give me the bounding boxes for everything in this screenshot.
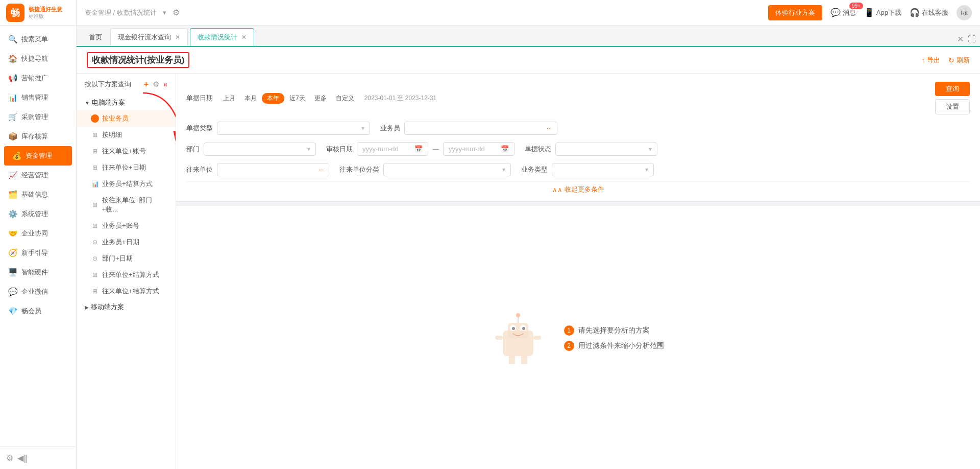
search-icon: 🔍 bbox=[8, 35, 17, 44]
scheme-item-by-detail[interactable]: ⊞ 按明细 bbox=[77, 127, 176, 143]
scheme-item-partner-dept[interactable]: ⊞ 按往来单位+部门+收... bbox=[77, 192, 176, 218]
dept-select[interactable]: ▾ bbox=[204, 143, 316, 156]
sidebar-item-purchase[interactable]: 🛒 采购管理 bbox=[0, 107, 76, 127]
business-type-select[interactable]: ▾ bbox=[552, 163, 654, 176]
scheme-item-salesperson-settlement[interactable]: 📊 业务员+结算方式 bbox=[77, 176, 176, 192]
business-icon: 📈 bbox=[8, 171, 17, 180]
collapse-sidebar-icon[interactable]: ◀‖ bbox=[17, 453, 28, 463]
scheme-group-mobile-title[interactable]: ▶ 移动端方案 bbox=[77, 299, 176, 315]
review-date-group: 审核日期 yyyy-mm-dd 📅 — yyyy-mm-dd 📅 bbox=[326, 142, 514, 156]
purchase-icon: 🛒 bbox=[8, 112, 17, 122]
chevron-down-icon: ▼ bbox=[85, 100, 90, 106]
tab-receipt-close[interactable]: ✕ bbox=[241, 34, 247, 41]
dept-label: 部门 bbox=[186, 145, 200, 154]
scheme-item-partner-account[interactable]: ⊞ 往来单位+账号 bbox=[77, 143, 176, 159]
tab-close-all-icon[interactable]: ✕ bbox=[957, 34, 964, 44]
tab-bank-label: 现金银行流水查询 bbox=[118, 33, 171, 42]
scheme-item-partner-settlement1[interactable]: ⊞ 往来单位+结算方式 bbox=[77, 267, 176, 283]
scheme-item-dept-date[interactable]: ⊙ 部门+日期 bbox=[77, 250, 176, 267]
sidebar-item-finance[interactable]: 💰 资金管理 bbox=[4, 146, 72, 166]
sidebar: 畅 畅捷通好生意 标准版 🔍 搜索菜单 🏠 快捷导航 📢 营销推广 📊 销售管理… bbox=[0, 0, 77, 469]
review-date-from[interactable]: yyyy-mm-dd 📅 bbox=[357, 142, 428, 156]
query-buttons: 查询 设置 bbox=[935, 82, 970, 114]
tab-receipt-label: 收款情况统计 bbox=[198, 33, 237, 42]
active-scheme-icon bbox=[91, 114, 99, 123]
sidebar-item-system[interactable]: ⚙️ 系统管理 bbox=[0, 204, 76, 224]
salesperson-select[interactable]: ··· bbox=[404, 122, 557, 135]
sidebar-item-sales[interactable]: 📊 销售管理 bbox=[0, 88, 76, 107]
doc-status-select[interactable]: ▾ bbox=[555, 143, 657, 156]
message-count: 99+ bbox=[849, 3, 863, 9]
scheme-add-button[interactable]: + bbox=[144, 80, 149, 89]
svg-rect-12 bbox=[521, 355, 527, 364]
finance-icon: 💰 bbox=[12, 151, 21, 160]
service-icon: 🎧 bbox=[910, 8, 920, 17]
export-button[interactable]: ↑ 导出 bbox=[921, 56, 940, 65]
tab-home[interactable]: 首页 bbox=[81, 29, 110, 46]
doc-type-select[interactable]: ▾ bbox=[217, 122, 370, 135]
export-label: 导出 bbox=[927, 56, 940, 65]
sidebar-label-wechat: 企业微信 bbox=[21, 287, 48, 296]
topbar-settings-icon[interactable]: ⚙ bbox=[173, 8, 180, 17]
inventory-icon: 📦 bbox=[8, 132, 17, 141]
scheme-collapse-button[interactable]: « bbox=[163, 80, 167, 89]
refresh-icon: ↻ bbox=[948, 56, 954, 64]
topbar-dropdown-icon[interactable]: ▾ bbox=[163, 9, 166, 16]
sidebar-item-basic[interactable]: 🗂️ 基础信息 bbox=[0, 185, 76, 204]
refresh-button[interactable]: ↻ 刷新 bbox=[948, 56, 970, 65]
date-tab-last-month[interactable]: 上月 bbox=[219, 93, 239, 104]
sidebar-item-marketing[interactable]: 📢 营销推广 bbox=[0, 68, 76, 88]
sidebar-label-business: 经营管理 bbox=[21, 171, 48, 180]
trial-button[interactable]: 体验行业方案 bbox=[768, 5, 822, 20]
tab-bank-close[interactable]: ✕ bbox=[175, 34, 180, 41]
sidebar-item-corp[interactable]: 🤝 企业协同 bbox=[0, 224, 76, 243]
robot-illustration bbox=[493, 310, 544, 366]
sidebar-item-quicknav[interactable]: 🏠 快捷导航 bbox=[0, 49, 76, 68]
date-tab-last7[interactable]: 近7天 bbox=[285, 93, 309, 104]
date-tab-this-year[interactable]: 本年 bbox=[262, 93, 284, 104]
sidebar-item-inventory[interactable]: 📦 库存核算 bbox=[0, 127, 76, 146]
empty-tip-1: 1 请先选择要分析的方案 bbox=[564, 325, 664, 336]
scheme-item-by-salesperson[interactable]: 按业务员 bbox=[77, 110, 176, 127]
review-date-to[interactable]: yyyy-mm-dd 📅 bbox=[443, 142, 514, 156]
scheme-item-salesperson-account[interactable]: ⊞ 业务员+账号 bbox=[77, 218, 176, 234]
sidebar-item-hardware[interactable]: 🖥️ 智能硬件 bbox=[0, 263, 76, 282]
settings-button[interactable]: 设置 bbox=[935, 99, 970, 114]
user-avatar[interactable]: Rit bbox=[957, 5, 972, 20]
app-logo-icon: 畅 bbox=[6, 4, 24, 22]
scheme-group-desktop-title[interactable]: ▼ 电脑端方案 bbox=[77, 95, 176, 110]
user-name: Rit bbox=[961, 10, 967, 16]
tab-bank[interactable]: 现金银行流水查询 ✕ bbox=[110, 28, 188, 46]
sidebar-item-search[interactable]: 🔍 搜索菜单 bbox=[0, 30, 76, 49]
sidebar-label-finance: 资金管理 bbox=[26, 151, 52, 160]
tab-expand-icon[interactable]: ⛶ bbox=[968, 35, 976, 44]
partner-classify-select[interactable]: ▾ bbox=[383, 163, 511, 176]
date-tab-custom[interactable]: 自定义 bbox=[332, 93, 358, 104]
tab-receipt[interactable]: 收款情况统计 ✕ bbox=[190, 28, 254, 46]
date-tab-this-month[interactable]: 本月 bbox=[240, 93, 261, 104]
online-service-btn[interactable]: 🎧 在线客服 bbox=[910, 8, 948, 17]
partner-dept-icon: ⊞ bbox=[91, 201, 99, 208]
detail-icon: ⊞ bbox=[91, 131, 99, 138]
robot-svg bbox=[493, 310, 544, 371]
settings-footer-icon[interactable]: ⚙ bbox=[6, 453, 13, 463]
scheme-item-partner-settlement2[interactable]: ⊞ 往来单位+结算方式 bbox=[77, 283, 176, 299]
collapse-filter-button[interactable]: ∧∧ 收起更多条件 bbox=[552, 185, 604, 194]
sidebar-label-purchase: 采购管理 bbox=[21, 112, 48, 122]
partner-select[interactable]: ··· bbox=[217, 163, 329, 176]
sidebar-item-wechat[interactable]: 💬 企业微信 bbox=[0, 282, 76, 301]
scheme-settings-button[interactable]: ⚙ bbox=[153, 80, 159, 89]
date-tab-more[interactable]: 更多 bbox=[310, 93, 331, 104]
scheme-item-partner-date[interactable]: ⊞ 往来单位+日期 bbox=[77, 159, 176, 176]
partner-account-icon: ⊞ bbox=[91, 148, 99, 155]
doc-type-group: 单据类型 ▾ bbox=[186, 122, 370, 135]
query-button[interactable]: 查询 bbox=[935, 82, 970, 96]
sidebar-label-quicknav: 快捷导航 bbox=[21, 54, 48, 63]
scheme-item-salesperson-date[interactable]: ⊙ 业务员+日期 bbox=[77, 234, 176, 250]
message-badge[interactable]: 💬 消息 99+ bbox=[830, 8, 856, 17]
partner-settlement1-icon: ⊞ bbox=[91, 271, 99, 278]
sidebar-item-guide[interactable]: 🧭 新手引导 bbox=[0, 243, 76, 263]
app-download-btn[interactable]: 📱 App下载 bbox=[864, 8, 901, 17]
sidebar-item-business[interactable]: 📈 经营管理 bbox=[0, 166, 76, 185]
sidebar-item-vip[interactable]: 💎 畅会员 bbox=[0, 301, 76, 321]
